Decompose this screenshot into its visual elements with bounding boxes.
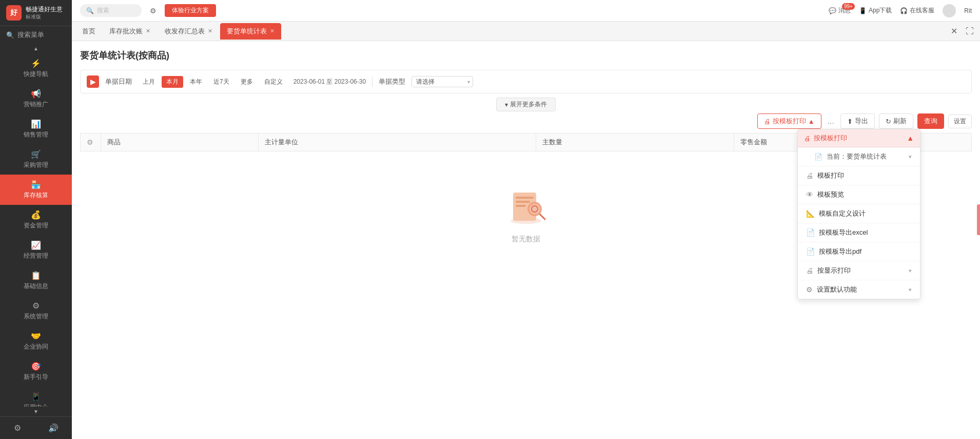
basic-icon: 📋 — [31, 271, 41, 280]
empty-text: 暂无数据 — [512, 235, 540, 244]
tab-inventory-batch[interactable]: 库存批次账 ✕ — [103, 23, 157, 40]
print-dropdown-default-func[interactable]: ⚙ 设置默认功能 ▾ — [798, 280, 920, 299]
sidebar-item-operation[interactable]: 📈 经营管理 — [0, 235, 72, 265]
sidebar-item-shortcut[interactable]: ⚡ 快捷导航 — [0, 53, 72, 84]
sidebar-item-apps[interactable]: 📱 应用中心 — [0, 387, 72, 407]
topbar: 🔍 搜索 ⚙ 体验行业方案 💬 消息 99+ 📱 App下载 🎧 在线客服 Ri… — [72, 0, 980, 22]
apps-icon: 📱 — [31, 392, 41, 402]
filter-expand-button[interactable]: ▶ — [87, 75, 99, 88]
tab-receivable-summary[interactable]: 收发存汇总表 ✕ — [158, 23, 219, 40]
sidebar-item-sales[interactable]: 📊 销售管理 — [0, 114, 72, 144]
online-service-link[interactable]: 🎧 在线客服 — [900, 6, 934, 15]
scroll-handle[interactable] — [977, 204, 980, 235]
content-area: 要货单统计表(按商品) ▶ 单据日期 上月 本月 本年 近7天 更多 自定义 2… — [72, 41, 980, 439]
date-btn-week[interactable]: 近7天 — [209, 76, 234, 88]
sidebar-item-inventory[interactable]: 🏪 库存核算 — [0, 175, 72, 205]
print-dropdown-template-preview[interactable]: 👁 模板预览 — [798, 185, 920, 204]
print-dropdown-collapse-icon[interactable]: ▲ — [907, 134, 914, 142]
tab-home[interactable]: 首页 — [76, 24, 102, 39]
tab-close-order-summary[interactable]: ✕ — [270, 28, 275, 34]
print-dropdown-template-design[interactable]: 📐 模板自定义设计 — [798, 204, 920, 223]
tab-close-inventory-batch[interactable]: ✕ — [146, 28, 150, 34]
svg-rect-2 — [516, 197, 534, 199]
topbar-search[interactable]: 🔍 搜索 — [80, 4, 142, 17]
type-select[interactable]: 请选择 — [411, 76, 473, 87]
trial-button[interactable]: 体验行业方案 — [165, 4, 216, 17]
sidebar-item-finance[interactable]: 💰 资金管理 — [0, 205, 72, 235]
expand-more-button[interactable]: ▾ 展开更多条件 — [496, 98, 556, 111]
shortcut-icon: ⚡ — [31, 59, 41, 68]
logo-icon: 好 — [6, 5, 22, 21]
toolbar-dots[interactable]: ... — [826, 114, 836, 128]
sidebar-item-purchase[interactable]: 🛒 采购管理 — [0, 144, 72, 175]
table-header-settings: ⚙ — [81, 133, 101, 151]
current-template-expand-icon: ▾ — [909, 154, 912, 160]
print-dropdown-template-pdf[interactable]: 📄 按模板导出pdf — [798, 242, 920, 261]
search-menu[interactable]: 🔍 搜索菜单 — [0, 26, 72, 44]
display-print-expand-icon: ▾ — [909, 268, 912, 274]
print-arrow-up-icon: ▲ — [808, 118, 815, 125]
print-dropdown-display-print[interactable]: 🖨 按显示打印 ▾ — [798, 261, 920, 280]
date-btn-more[interactable]: 更多 — [236, 76, 258, 88]
tab-close-receivable-summary[interactable]: ✕ — [208, 28, 212, 34]
table-header-quantity: 主数量 — [536, 133, 734, 151]
default-func-icon: ⚙ — [806, 285, 813, 294]
main-area: 🔍 搜索 ⚙ 体验行业方案 💬 消息 99+ 📱 App下载 🎧 在线客服 Ri… — [72, 0, 980, 439]
sidebar-item-basic[interactable]: 📋 基础信息 — [0, 265, 72, 296]
sales-icon: 📊 — [31, 119, 41, 129]
date-btn-prev[interactable]: 上月 — [138, 76, 160, 88]
system-icon: ⚙ — [32, 301, 40, 311]
settings-button[interactable]: 设置 — [948, 114, 972, 128]
query-button[interactable]: 查询 — [917, 113, 944, 129]
avatar[interactable] — [943, 4, 956, 17]
app-download-link[interactable]: 📱 App下载 — [859, 6, 892, 15]
sidebar-item-corp[interactable]: 🤝 企业协同 — [0, 326, 72, 356]
page-title: 要货单统计表(按商品) — [80, 49, 972, 62]
close-tab-btn[interactable]: ✕ — [949, 24, 959, 38]
sidebar-item-newbie[interactable]: 🎯 新手引导 — [0, 356, 72, 387]
search-icon: 🔍 — [6, 31, 14, 39]
print-dropdown-template-print[interactable]: 🖨 模板打印 — [798, 166, 920, 185]
print-dropdown: 🖨 按模板打印 ▲ 📄 当前：要货单统计表 ▾ 🖨 模板打印 👁 模板预览 — [797, 129, 920, 299]
print-dropdown-header: 🖨 按模板打印 ▲ — [798, 129, 920, 147]
topbar-gear-icon[interactable]: ⚙ — [148, 5, 159, 17]
sidebar-audio-btn[interactable]: 🔊 — [44, 421, 63, 435]
tab-order-summary[interactable]: 要货单统计表 ✕ — [220, 23, 281, 40]
date-btn-custom[interactable]: 自定义 — [260, 76, 287, 88]
sidebar-item-marketing[interactable]: 📢 营销推广 — [0, 84, 72, 114]
template-excel-icon: 📄 — [806, 228, 815, 237]
type-select-wrap: 请选择 — [411, 76, 473, 87]
print-template-button[interactable]: 🖨 按模板打印 ▲ — [757, 113, 821, 129]
svg-rect-3 — [516, 201, 530, 203]
sidebar: 好 畅捷通好生意 标准版 🔍 搜索菜单 ▲ ⚡ 快捷导航 📢 营销推广 📊 销售… — [0, 0, 72, 439]
corp-icon: 🤝 — [31, 331, 41, 341]
date-btn-year[interactable]: 本年 — [185, 76, 207, 88]
print-icon: 🖨 — [764, 118, 771, 125]
finance-icon: 💰 — [31, 210, 41, 220]
print-dropdown-current[interactable]: 📄 当前：要货单统计表 ▾ — [798, 147, 920, 166]
refresh-button[interactable]: ↻ 刷新 — [879, 113, 913, 129]
default-func-expand-icon: ▾ — [909, 287, 912, 293]
date-btn-current[interactable]: 本月 — [162, 76, 183, 88]
tabbar: 首页 库存批次账 ✕ 收发存汇总表 ✕ 要货单统计表 ✕ ✕ ⛶ — [72, 22, 980, 41]
date-range-label: 2023-06-01 至 2023-06-30 — [293, 78, 366, 86]
date-filter-buttons: 上月 本月 本年 近7天 更多 自定义 — [138, 76, 287, 88]
sidebar-scroll-down[interactable]: ▼ — [0, 407, 72, 416]
sidebar-scroll-up[interactable]: ▲ — [0, 44, 72, 53]
messages-badge[interactable]: 💬 消息 99+ — [829, 6, 851, 15]
inventory-icon: 🏪 — [31, 180, 41, 189]
username-label: Rit — [964, 7, 972, 14]
print-dropdown-title: 🖨 按模板打印 — [804, 133, 847, 143]
topbar-search-icon: 🔍 — [86, 7, 94, 14]
expand-more-area: ▾ 展开更多条件 — [80, 98, 972, 111]
template-design-icon: 📐 — [806, 209, 815, 218]
sidebar-item-system[interactable]: ⚙ 系统管理 — [0, 296, 72, 326]
sidebar-settings-btn[interactable]: ⚙ — [10, 421, 25, 435]
export-icon: ⬆ — [847, 118, 853, 125]
tabbar-right: ✕ ⛶ — [949, 24, 976, 38]
table-gear-icon[interactable]: ⚙ — [87, 138, 93, 146]
print-dropdown-template-excel[interactable]: 📄 按模板导出excel — [798, 223, 920, 242]
maximize-tab-btn[interactable]: ⛶ — [964, 25, 976, 38]
template-pdf-icon: 📄 — [806, 247, 815, 256]
export-button[interactable]: ⬆ 导出 — [840, 113, 875, 129]
